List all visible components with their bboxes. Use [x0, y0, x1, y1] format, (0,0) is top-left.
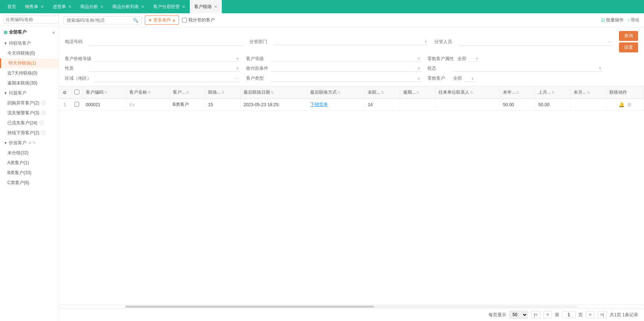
- sidebar-item-7days[interactable]: 近7天待联络(0): [0, 68, 59, 78]
- sidebar-item-repurchase-anomaly[interactable]: 回购异常客户(2) ⓘ: [0, 98, 59, 108]
- horizontal-scrollbar[interactable]: [59, 304, 644, 308]
- sidebar-item-declining[interactable]: 持续下滑客户(2) ⓘ: [0, 128, 59, 138]
- close-icon[interactable]: ✕: [214, 4, 217, 9]
- my-customers-checkbox[interactable]: [182, 18, 187, 23]
- search-icon[interactable]: 🔍: [133, 18, 139, 23]
- action-grid-icon[interactable]: ⊞: [627, 102, 631, 107]
- filter-region-select[interactable]: ···: [94, 75, 240, 82]
- sort-icon[interactable]: ⇅: [337, 90, 340, 94]
- row-last-month: 50.00: [535, 99, 571, 111]
- page-number-input[interactable]: [562, 311, 575, 318]
- sort-icon[interactable]: ⇅: [416, 90, 419, 94]
- nav-product-analysis[interactable]: 商品分析 ✕: [76, 0, 108, 13]
- section-pending-contact[interactable]: ▼ 待联络客户: [0, 38, 59, 48]
- sidebar-item-churned[interactable]: 已流失客户(24) ⓘ: [0, 118, 59, 128]
- main-search-input[interactable]: [67, 18, 133, 23]
- filter-customer-grade-select[interactable]: ∨: [270, 55, 421, 62]
- sort-icon[interactable]: ⇅: [381, 90, 384, 94]
- row-checkbox[interactable]: [71, 99, 83, 111]
- arrow-icon: ▼: [4, 91, 7, 95]
- per-page-select[interactable]: 50 100 200: [509, 311, 528, 319]
- nav-product-list[interactable]: 商品分析列表 ✕: [108, 0, 149, 13]
- per-page-label: 每页显示: [489, 312, 506, 318]
- refresh-icon[interactable]: ↺: [28, 141, 31, 145]
- filter-region: 区域（地区） ···: [65, 75, 240, 82]
- sidebar-item-tomorrow[interactable]: 明天待联络(1): [0, 58, 59, 68]
- sidebar-item-ungrouped[interactable]: 未分组(32): [0, 148, 59, 158]
- sidebar-item-class-c[interactable]: C类客户(6): [0, 178, 59, 188]
- row-select-checkbox[interactable]: [74, 102, 79, 107]
- close-icon[interactable]: ✕: [41, 4, 44, 9]
- next-page-btn[interactable]: >: [586, 311, 594, 318]
- edit-icon[interactable]: ✎: [32, 141, 36, 145]
- sidebar-item-today[interactable]: 今天待联络(0): [0, 48, 59, 58]
- filter-dept-select[interactable]: ∨: [274, 38, 428, 45]
- section-problem-customers[interactable]: ▼ 问题客户: [0, 88, 59, 98]
- sort-icon[interactable]: ⇅: [587, 90, 590, 94]
- row-last-method[interactable]: 下销货单: [307, 99, 365, 111]
- collapse-icon[interactable]: «: [52, 30, 55, 35]
- filter-retail-customer-label: 零散客户: [427, 75, 449, 82]
- export-btn[interactable]: ↑ 导出: [627, 17, 640, 23]
- sort-icon[interactable]: ⇅: [470, 90, 473, 94]
- nav-sales[interactable]: 销售单 ✕: [21, 0, 48, 13]
- chevron-down-icon: ∨: [417, 76, 420, 80]
- my-customers-check[interactable]: 我分管的客户: [182, 17, 215, 23]
- filter-row-2: 客户价格等级 ∨ 客户等级 ∨ 零散客户属性 全部 ∨: [65, 55, 638, 62]
- select-all-checkbox[interactable]: [74, 90, 79, 94]
- filter-retail-attr-select[interactable]: ∨: [469, 55, 480, 62]
- filter-price-grade-select[interactable]: ∨: [94, 55, 240, 62]
- sort-icon[interactable]: ⇅: [104, 90, 107, 94]
- filter-customer-type-select[interactable]: ∨: [270, 75, 421, 82]
- nav-customer-segment[interactable]: 客户分层经营 ✕: [149, 0, 190, 13]
- sidebar-item-class-a[interactable]: A类客户(1): [0, 158, 59, 168]
- filter-price-grade: 客户价格等级 ∨: [65, 55, 240, 62]
- close-icon[interactable]: ✕: [68, 4, 71, 9]
- close-icon[interactable]: ✕: [141, 4, 144, 9]
- filter-status-select[interactable]: ∨: [452, 65, 603, 72]
- sort-icon[interactable]: ⇅: [221, 90, 224, 94]
- filter-button[interactable]: ▼ 更多条件 ▲: [145, 15, 179, 25]
- nav-customer-contact[interactable]: 客户联络 ✕: [190, 0, 222, 13]
- sidebar-item-overdue[interactable]: 逾期未联络(30): [0, 78, 59, 88]
- sort-icon[interactable]: ⇅: [516, 90, 519, 94]
- chevron-down-icon: ∨: [236, 56, 239, 61]
- sidebar-all-customers[interactable]: ⊞ 全部客户 «: [0, 26, 59, 38]
- nav-purchase[interactable]: 进货单 ✕: [48, 0, 76, 13]
- filter-price-grade-label: 客户价格等级: [65, 56, 91, 62]
- sort-icon[interactable]: ⇅: [186, 90, 189, 94]
- filter-nature-select[interactable]: ∨: [89, 65, 240, 72]
- action-bell-icon[interactable]: 🔔: [619, 102, 624, 107]
- last-page-btn[interactable]: >|: [597, 311, 607, 318]
- scrollbar-thumb[interactable]: [125, 306, 374, 308]
- query-button[interactable]: 查询: [619, 31, 638, 41]
- filter-retail-customer-select[interactable]: ∨: [464, 75, 475, 82]
- close-icon[interactable]: ✕: [100, 4, 104, 9]
- settings-icon[interactable]: ⚙: [63, 90, 67, 95]
- batch-ops-btn[interactable]: ☑ 批量操作: [601, 17, 624, 23]
- section-value-customers[interactable]: ▼ 价值客户 ↺ ✎: [0, 138, 59, 148]
- nav-sales-label: 销售单: [25, 4, 38, 10]
- close-icon[interactable]: ✕: [182, 4, 185, 9]
- col-contact-count: 联络...⇅: [205, 86, 240, 99]
- first-page-btn[interactable]: |<: [531, 311, 540, 318]
- sort-icon[interactable]: ⇅: [148, 90, 151, 94]
- dots-icon[interactable]: ···: [235, 76, 239, 81]
- sidebar-item-churn-warning[interactable]: 流失预警客户(3) ⓘ: [0, 108, 59, 118]
- sidebar-item-class-b[interactable]: B类客户(33): [0, 168, 59, 178]
- nav-home[interactable]: 首页: [3, 0, 21, 13]
- set-button[interactable]: 设置: [619, 42, 638, 52]
- sidebar-search-input[interactable]: [3, 15, 59, 24]
- filter-payment-select[interactable]: ∨: [270, 65, 421, 72]
- filter-phone-input[interactable]: [89, 38, 244, 46]
- dots-icon[interactable]: ···: [608, 39, 612, 44]
- sort-icon[interactable]: ⇅: [552, 90, 554, 94]
- col-gear[interactable]: ⚙: [59, 86, 71, 99]
- filter-nature-label: 性质: [65, 65, 87, 72]
- col-checkbox[interactable]: [71, 86, 83, 99]
- filter-manager-select[interactable]: ···: [459, 38, 613, 46]
- filter-row-1: 电话号码 分管部门 ∨ 分管人员 ··· 查询 设置: [65, 31, 638, 52]
- sort-icon[interactable]: ⇅: [271, 90, 274, 94]
- section-title: 问题客户: [9, 90, 27, 96]
- prev-page-btn[interactable]: <: [543, 311, 552, 318]
